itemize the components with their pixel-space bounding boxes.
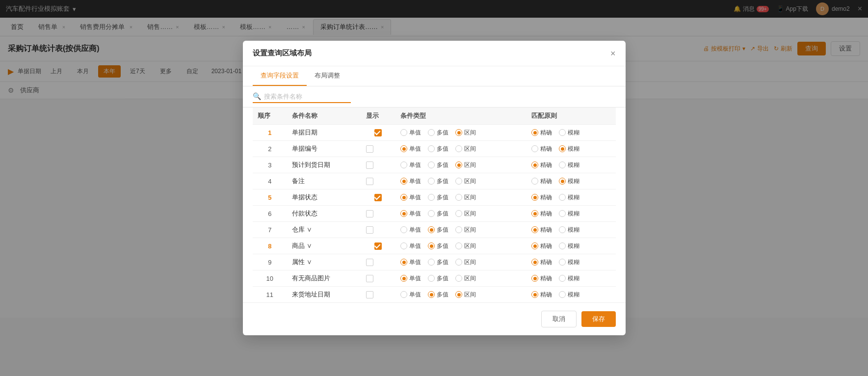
match-fuzzy-option[interactable]: 模糊: [559, 291, 579, 299]
row-display[interactable]: [361, 141, 396, 157]
match-exact-option[interactable]: 精确: [531, 210, 552, 218]
type-single-radio[interactable]: [400, 129, 407, 136]
type-range-option[interactable]: 区间: [455, 291, 476, 299]
match-fuzzy-option[interactable]: 模糊: [559, 145, 579, 153]
type-single-radio[interactable]: [400, 178, 407, 185]
checkbox-checked[interactable]: [374, 129, 382, 136]
type-range-option[interactable]: 区间: [455, 274, 476, 283]
checkbox-checked[interactable]: [374, 194, 382, 201]
cancel-button[interactable]: 取消: [541, 311, 577, 318]
type-range-option[interactable]: 区间: [455, 258, 476, 267]
row-display[interactable]: [361, 238, 396, 254]
type-single-radio[interactable]: [400, 194, 407, 201]
match-exact-radio[interactable]: [531, 226, 538, 233]
type-multi-option[interactable]: 多值: [428, 177, 448, 186]
match-exact-radio[interactable]: [531, 194, 538, 201]
type-multi-radio[interactable]: [428, 129, 435, 136]
type-multi-option[interactable]: 多值: [428, 274, 448, 283]
match-fuzzy-radio[interactable]: [559, 161, 566, 168]
save-button[interactable]: 保存: [581, 311, 616, 318]
type-range-radio[interactable]: [455, 178, 462, 185]
type-range-radio[interactable]: [455, 259, 462, 266]
type-multi-radio[interactable]: [428, 291, 435, 298]
match-exact-radio[interactable]: [531, 291, 538, 298]
type-single-option[interactable]: 单值: [400, 129, 421, 137]
match-exact-option[interactable]: 精确: [531, 129, 552, 137]
type-single-radio[interactable]: [400, 242, 407, 249]
type-multi-radio[interactable]: [428, 275, 435, 282]
type-range-radio[interactable]: [455, 242, 462, 249]
match-fuzzy-option[interactable]: 模糊: [559, 210, 579, 218]
match-fuzzy-option[interactable]: 模糊: [559, 258, 579, 267]
match-fuzzy-option[interactable]: 模糊: [559, 177, 579, 186]
type-multi-option[interactable]: 多值: [428, 129, 448, 137]
modal-tab-fields[interactable]: 查询字段设置: [253, 66, 307, 86]
type-single-option[interactable]: 单值: [400, 145, 421, 153]
type-single-option[interactable]: 单值: [400, 291, 421, 299]
type-range-radio[interactable]: [455, 226, 462, 233]
search-input[interactable]: [264, 93, 342, 100]
type-single-option[interactable]: 单值: [400, 193, 421, 202]
checkbox-empty[interactable]: [366, 226, 373, 234]
row-display[interactable]: [361, 206, 396, 222]
type-multi-option[interactable]: 多值: [428, 226, 448, 234]
row-display[interactable]: [361, 222, 396, 238]
match-exact-option[interactable]: 精确: [531, 161, 552, 169]
type-multi-option[interactable]: 多值: [428, 161, 448, 169]
type-range-radio[interactable]: [455, 145, 462, 152]
type-single-radio[interactable]: [400, 259, 407, 266]
type-multi-option[interactable]: 多值: [428, 258, 448, 267]
match-exact-option[interactable]: 精确: [531, 258, 552, 267]
match-exact-radio[interactable]: [531, 275, 538, 282]
checkbox-empty[interactable]: [366, 161, 373, 169]
checkbox-empty[interactable]: [366, 291, 373, 298]
match-fuzzy-radio[interactable]: [559, 178, 566, 185]
row-display[interactable]: [361, 287, 396, 303]
match-exact-option[interactable]: 精确: [531, 226, 552, 234]
match-fuzzy-radio[interactable]: [559, 210, 566, 217]
type-single-radio[interactable]: [400, 161, 407, 168]
match-fuzzy-option[interactable]: 模糊: [559, 274, 579, 283]
match-fuzzy-radio[interactable]: [559, 242, 566, 249]
match-fuzzy-option[interactable]: 模糊: [559, 193, 579, 202]
type-multi-radio[interactable]: [428, 210, 435, 217]
type-multi-radio[interactable]: [428, 194, 435, 201]
match-exact-option[interactable]: 精确: [531, 242, 552, 250]
row-display[interactable]: [361, 157, 396, 173]
type-range-option[interactable]: 区间: [455, 129, 476, 137]
checkbox-empty[interactable]: [366, 178, 373, 185]
row-display[interactable]: [361, 173, 396, 189]
type-multi-radio[interactable]: [428, 145, 435, 152]
row-display[interactable]: [361, 254, 396, 270]
type-single-radio[interactable]: [400, 226, 407, 233]
type-multi-radio[interactable]: [428, 161, 435, 168]
match-exact-radio[interactable]: [531, 161, 538, 168]
type-single-option[interactable]: 单值: [400, 226, 421, 234]
match-fuzzy-radio[interactable]: [559, 194, 566, 201]
type-single-option[interactable]: 单值: [400, 274, 421, 283]
match-exact-radio[interactable]: [531, 259, 538, 266]
type-multi-radio[interactable]: [428, 242, 435, 249]
match-fuzzy-option[interactable]: 模糊: [559, 242, 579, 250]
type-range-radio[interactable]: [455, 161, 462, 168]
type-range-radio[interactable]: [455, 275, 462, 282]
match-exact-option[interactable]: 精确: [531, 193, 552, 202]
type-single-radio[interactable]: [400, 275, 407, 282]
type-range-radio[interactable]: [455, 210, 462, 217]
row-display[interactable]: [361, 125, 396, 141]
type-range-option[interactable]: 区间: [455, 145, 476, 153]
type-range-option[interactable]: 区间: [455, 177, 476, 186]
checkbox-empty[interactable]: [366, 145, 373, 153]
row-display[interactable]: [361, 189, 396, 206]
type-range-radio[interactable]: [455, 291, 462, 298]
match-fuzzy-option[interactable]: 模糊: [559, 161, 579, 169]
type-multi-radio[interactable]: [428, 259, 435, 266]
type-range-option[interactable]: 区间: [455, 193, 476, 202]
type-single-option[interactable]: 单值: [400, 242, 421, 250]
match-exact-radio[interactable]: [531, 129, 538, 136]
match-exact-radio[interactable]: [531, 242, 538, 249]
checkbox-empty[interactable]: [366, 259, 373, 266]
type-single-radio[interactable]: [400, 291, 407, 298]
match-fuzzy-radio[interactable]: [559, 259, 566, 266]
type-multi-option[interactable]: 多值: [428, 145, 448, 153]
